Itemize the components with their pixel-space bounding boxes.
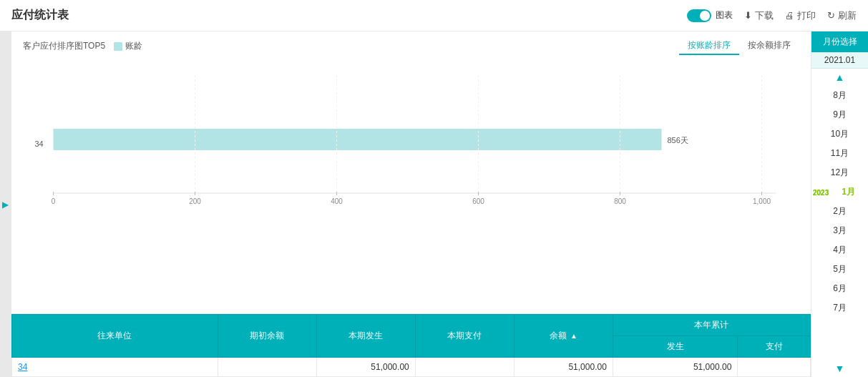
svg-text:600: 600: [472, 197, 484, 205]
month-item[interactable]: 3月: [811, 221, 868, 240]
cell-unit[interactable]: 34: [12, 358, 218, 377]
bar-value-label: 856天: [668, 136, 688, 145]
bar-chart-svg: 34 856天 0 200 400 600 800: [23, 61, 799, 225]
col-balance: 余额 ▲: [514, 315, 613, 358]
legend-label-age: 账龄: [125, 40, 142, 52]
month-item[interactable]: 2月: [811, 202, 868, 221]
chart-toggle-label: 图表: [716, 9, 733, 21]
table-row: 34 51,000.00 51,000.00 51,000.00: [12, 358, 811, 377]
month-item[interactable]: 11月: [811, 144, 868, 163]
legend-label-top5: 客户应付排序图TOP5: [23, 40, 105, 52]
col-ytd-pay: 支付: [738, 336, 811, 358]
month-item[interactable]: 6月: [811, 279, 868, 298]
print-icon: 🖨: [785, 10, 794, 21]
col-current-occur: 本期发生: [316, 315, 415, 358]
month-item[interactable]: 20231月: [811, 182, 868, 202]
col-ytd-occur: 发生: [613, 336, 737, 358]
col-current-pay: 本期支付: [415, 315, 514, 358]
scroll-up-button[interactable]: ▲: [811, 69, 868, 86]
table-body: 34 51,000.00 51,000.00 51,000.00: [12, 358, 811, 377]
balance-sort-icon[interactable]: ▲: [570, 332, 577, 340]
cell-opening: [218, 358, 316, 377]
data-table: 往来单位 期初余额 本期发生 本期支付 余额 ▲ 本年累计 发生: [11, 314, 811, 377]
scroll-down-button[interactable]: ▼: [811, 360, 868, 377]
month-item[interactable]: 9月: [811, 105, 868, 124]
bar-rect: [54, 129, 662, 150]
y-axis-label: 34: [34, 139, 43, 148]
month-item[interactable]: 10月: [811, 124, 868, 144]
svg-text:800: 800: [614, 197, 626, 205]
main-area: ▶ 客户应付排序图TOP5 账龄 按账龄排序 按余额排序: [0, 31, 868, 377]
chart-toggle-wrap: 图表: [687, 9, 733, 22]
app-container: 应付统计表 图表 ⬇ 下载 🖨 打印 ↻ 刷新 ▶: [0, 0, 868, 377]
month-item[interactable]: 7月: [811, 298, 868, 318]
chart-header: 客户应付排序图TOP5 账龄 按账龄排序 按余额排序: [11, 31, 811, 61]
col-ytd: 本年累计: [613, 315, 810, 336]
col-opening: 期初余额: [218, 315, 316, 358]
sidebar-header: 月份选择: [811, 31, 868, 52]
cell-ytd-pay: [738, 358, 811, 377]
print-button[interactable]: 🖨 打印: [785, 9, 816, 22]
header: 应付统计表 图表 ⬇ 下载 🖨 打印 ↻ 刷新: [0, 0, 868, 31]
download-icon: ⬇: [744, 10, 752, 21]
legend-item-top5: 客户应付排序图TOP5: [23, 40, 105, 52]
svg-text:200: 200: [189, 197, 201, 205]
expand-button[interactable]: ▶: [0, 31, 11, 377]
legend-item-age: 账龄: [114, 40, 142, 52]
cell-balance: 51,000.00: [514, 358, 613, 377]
month-item[interactable]: 12月: [811, 163, 868, 182]
download-label: 下载: [755, 9, 774, 22]
table-header-row-1: 往来单位 期初余额 本期发生 本期支付 余额 ▲ 本年累计: [12, 315, 811, 336]
cell-ytd-occur: 51,000.00: [613, 358, 737, 377]
refresh-label: 刷新: [838, 9, 857, 22]
svg-text:1,000: 1,000: [753, 197, 771, 205]
header-actions: 图表 ⬇ 下载 🖨 打印 ↻ 刷新: [687, 9, 857, 22]
month-item[interactable]: 8月: [811, 86, 868, 105]
chart-sort-buttons: 按账龄排序 按余额排序: [679, 37, 799, 55]
sidebar-year[interactable]: 2021.01: [811, 52, 868, 69]
table-area: 往来单位 期初余额 本期发生 本期支付 余额 ▲ 本年累计 发生: [11, 313, 811, 377]
month-sidebar: 月份选择 2021.01 ▲ 8月9月10月11月12月20231月2月3月4月…: [811, 31, 868, 377]
toggle-knob: [700, 11, 710, 21]
cell-current-occur: 51,000.00: [316, 358, 415, 377]
chart-area: 34 856天 0 200 400 600 800: [11, 61, 811, 313]
month-list: 8月9月10月11月12月20231月2月3月4月5月6月7月: [811, 86, 868, 360]
chart-toggle[interactable]: [687, 9, 711, 22]
download-button[interactable]: ⬇ 下载: [744, 9, 774, 22]
print-label: 打印: [797, 9, 816, 22]
month-item[interactable]: 4月: [811, 240, 868, 260]
cell-current-pay: [415, 358, 514, 377]
chart-section: 客户应付排序图TOP5 账龄 按账龄排序 按余额排序 34: [11, 31, 811, 377]
refresh-button[interactable]: ↻ 刷新: [827, 9, 857, 22]
legend-dot-age: [114, 42, 122, 51]
svg-text:400: 400: [331, 197, 343, 205]
refresh-icon: ↻: [827, 10, 835, 21]
col-unit: 往来单位: [12, 315, 218, 358]
chart-legend: 客户应付排序图TOP5 账龄: [23, 40, 142, 52]
svg-text:0: 0: [52, 197, 56, 205]
page-title: 应付统计表: [11, 8, 69, 23]
sort-by-balance-button[interactable]: 按账龄排序: [679, 37, 739, 55]
month-item[interactable]: 5月: [811, 260, 868, 279]
sort-by-amount-button[interactable]: 按余额排序: [739, 37, 799, 55]
